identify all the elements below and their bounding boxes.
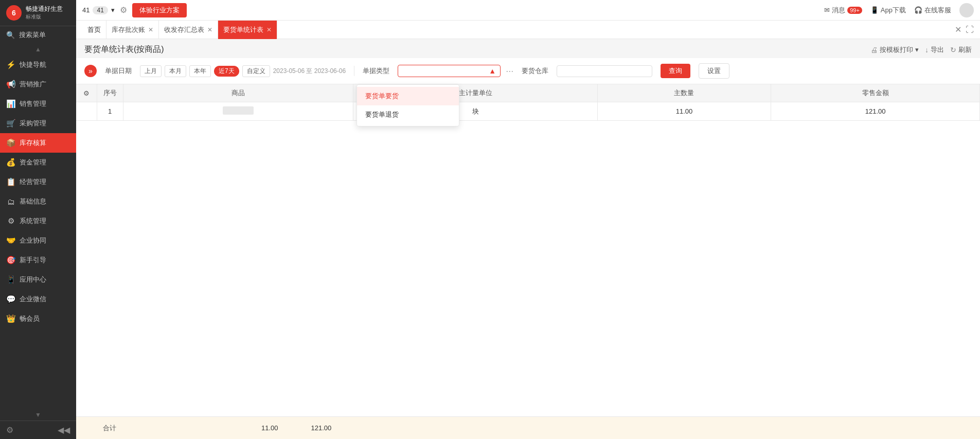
inventory-icon: 📦	[6, 138, 15, 148]
message-icon: ✉	[824, 6, 830, 14]
sidebar-item-purchase-mgmt[interactable]: 🛒 采购管理	[0, 114, 76, 133]
scroll-up-btn[interactable]: ▲	[0, 44, 76, 55]
sidebar-item-business-mgmt[interactable]: 📋 经营管理	[0, 172, 76, 192]
query-button[interactable]: 查询	[661, 64, 690, 78]
filter-row: » 单据日期 上月 本月 本年 近7天 自定义 2023-05-06 至 202…	[84, 63, 972, 79]
finance-icon: 💰	[6, 158, 15, 167]
type-input-wrapper[interactable]: ▲	[398, 65, 501, 77]
vip-icon: 👑	[6, 314, 15, 323]
tab-receive-summary-close[interactable]: ✕	[207, 26, 212, 33]
export-btn[interactable]: ↓ 导出	[925, 45, 944, 54]
sidebar-item-label: 企业协同	[20, 236, 46, 245]
topbar: 41 41 ▾ ⚙ 体验行业方案 ✉ 消息 99+ 📱 App下载 🎧 在线客服	[76, 0, 980, 21]
topbar-gear-icon[interactable]: ⚙	[120, 5, 127, 15]
online-service-btn[interactable]: 🎧 在线客服	[914, 6, 951, 15]
logo-icon: 6	[6, 5, 22, 21]
sidebar-item-label: 畅会员	[20, 314, 40, 323]
tabs-bar: 首页 库存批次账 ✕ 收发存汇总表 ✕ 要货单统计表 ✕ ✕ ⛶	[76, 21, 980, 39]
company-selector[interactable]: 41 41 ▾	[82, 6, 115, 14]
date-btn-last-month[interactable]: 上月	[140, 65, 162, 77]
trial-button[interactable]: 体验行业方案	[132, 3, 187, 17]
data-table: ⚙ 序号 商品 主计量单位 主数量 零售金额 1 块 11.00	[76, 84, 980, 121]
export-icon: ↓	[925, 46, 929, 54]
sidebar-item-app-center[interactable]: 📱 应用中心	[0, 270, 76, 289]
sidebar-item-basic-info[interactable]: 🗂 基础信息	[0, 192, 76, 211]
sidebar-item-system-mgmt[interactable]: ⚙ 系统管理	[0, 211, 76, 231]
sidebar-item-label: 销售管理	[20, 99, 46, 108]
message-btn[interactable]: ✉ 消息 99+	[824, 6, 862, 15]
sidebar-logo: 6 畅捷通好生意 标准版	[0, 0, 76, 26]
type-input[interactable]	[402, 67, 489, 75]
tabs-bar-actions: ✕ ⛶	[955, 25, 974, 34]
date-btn-7days[interactable]: 近7天	[214, 66, 239, 77]
sidebar-item-label: 快捷导航	[20, 60, 46, 69]
filter-expand-btn[interactable]: »	[84, 65, 97, 77]
sidebar-item-vip-member[interactable]: 👑 畅会员	[0, 309, 76, 328]
coop-icon: 🤝	[6, 236, 15, 245]
app-center-icon: 📱	[6, 275, 15, 284]
warehouse-input[interactable]	[557, 65, 652, 77]
refresh-icon: ↻	[950, 46, 956, 54]
search-icon: 🔍	[6, 31, 15, 39]
date-btn-this-year[interactable]: 本年	[189, 65, 211, 77]
sidebar-item-marketing[interactable]: 📢 营销推广	[0, 75, 76, 94]
sidebar-item-new-guide[interactable]: 🎯 新手引导	[0, 250, 76, 270]
tab-order-summary[interactable]: 要货单统计表 ✕	[218, 21, 277, 39]
tab-expand-icon[interactable]: ✕	[955, 25, 961, 34]
service-icon: 🎧	[914, 6, 922, 14]
type-dropdown-up-icon[interactable]: ▲	[489, 67, 496, 75]
search-label: 搜索菜单	[19, 30, 46, 40]
date-range: 2023-05-06 至 2023-06-06	[273, 67, 346, 76]
sidebar-item-quick-nav[interactable]: ⚡ 快捷导航	[0, 55, 76, 75]
sidebar-item-label: 采购管理	[20, 119, 46, 128]
row-product-cell	[123, 102, 353, 121]
date-options: 上月 本月 本年 近7天 自定义 2023-05-06 至 2023-06-06	[140, 65, 346, 77]
col-header-amount: 零售金额	[771, 84, 980, 102]
date-btn-this-month[interactable]: 本月	[165, 65, 186, 77]
sidebar-search[interactable]: 🔍 搜索菜单	[0, 26, 76, 44]
type-field: ▲ 要货单要货 要货单退货 ···	[398, 65, 513, 77]
print-label: 按模板打印	[880, 45, 913, 54]
tab-maximize-icon[interactable]: ⛶	[966, 25, 974, 34]
tab-stock-batch[interactable]: 库存批次账 ✕	[106, 21, 159, 39]
print-btn[interactable]: 🖨 按模板打印 ▾	[870, 45, 919, 54]
scroll-down-btn[interactable]: ▼	[0, 409, 76, 420]
col-header-num: 序号	[97, 84, 123, 102]
tab-stock-batch-close[interactable]: ✕	[148, 26, 153, 33]
sidebar-item-label: 应用中心	[20, 275, 46, 284]
col-header-product: 商品	[123, 84, 353, 102]
page-title: 要货单统计表(按商品)	[84, 44, 164, 55]
app-download-btn[interactable]: 📱 App下载	[870, 6, 906, 15]
online-service-label: 在线客服	[924, 6, 951, 15]
settings-button[interactable]: 设置	[699, 63, 729, 79]
col-header-gear[interactable]: ⚙	[76, 84, 97, 102]
date-btn-custom[interactable]: 自定义	[242, 65, 270, 77]
settings-bottom-icon[interactable]: ⚙	[6, 425, 13, 435]
refresh-label: 刷新	[958, 45, 972, 54]
sidebar-item-finance-mgmt[interactable]: 💰 资金管理	[0, 153, 76, 172]
tab-receive-summary[interactable]: 收发存汇总表 ✕	[159, 21, 218, 39]
warehouse-label: 要货仓库	[522, 66, 548, 76]
sidebar-item-inventory[interactable]: 📦 库存核算	[0, 133, 76, 153]
refresh-btn[interactable]: ↻ 刷新	[950, 45, 972, 54]
tab-home[interactable]: 首页	[82, 21, 106, 39]
product-name-placeholder	[223, 106, 254, 115]
sidebar-item-label: 资金管理	[20, 158, 46, 167]
message-badge: 99+	[847, 7, 862, 14]
collapse-icon[interactable]: ◀◀	[58, 425, 70, 435]
user-avatar[interactable]	[959, 3, 974, 17]
dropdown-item-order-return[interactable]: 要货单退货	[357, 105, 459, 124]
sidebar-item-label: 经营管理	[20, 177, 46, 187]
purchase-icon: 🛒	[6, 119, 15, 128]
topbar-right: ✉ 消息 99+ 📱 App下载 🎧 在线客服	[824, 3, 974, 17]
wx-icon: 💬	[6, 295, 15, 304]
sidebar-item-sales-mgmt[interactable]: 📊 销售管理	[0, 94, 76, 114]
row-num-cell: 1	[97, 102, 123, 121]
row-gear-cell	[76, 102, 97, 121]
sidebar-item-label: 系统管理	[20, 216, 46, 226]
dropdown-item-order-goods[interactable]: 要货单要货	[357, 87, 459, 105]
sidebar-item-enterprise-wx[interactable]: 💬 企业微信	[0, 289, 76, 309]
tab-order-summary-close[interactable]: ✕	[266, 26, 272, 33]
sidebar-item-enterprise-coop[interactable]: 🤝 企业协同	[0, 231, 76, 250]
filter-more-icon[interactable]: ···	[506, 66, 513, 77]
